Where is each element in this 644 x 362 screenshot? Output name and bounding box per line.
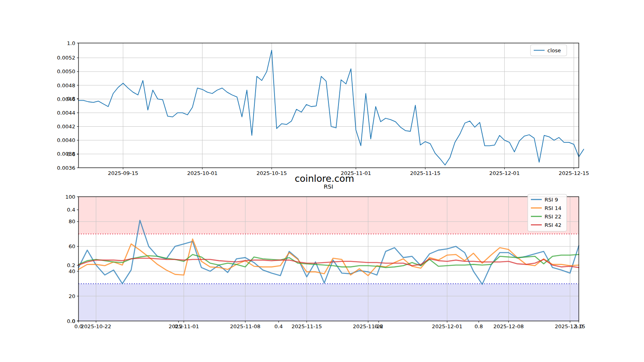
x-tick-label: 2025-10-15 xyxy=(256,170,287,176)
overbought-band xyxy=(78,197,579,234)
overlay-x-tick-label: 0.2 xyxy=(174,323,183,329)
y-tick-label: 100 xyxy=(65,194,75,200)
overlay-y-tick-label: 0.2 xyxy=(67,262,75,268)
chart-figure: 0.00360.00380.00400.00420.00440.00460.00… xyxy=(0,0,644,362)
y-tick-label: 80 xyxy=(68,218,75,224)
y-tick-label: 0.0044 xyxy=(57,110,76,116)
overlay-y-tick-label: 1.0 xyxy=(67,40,75,46)
y-tick-label: 0.0040 xyxy=(57,137,76,143)
oversold-band xyxy=(78,284,579,321)
x-tick-label: 2025-11-15 xyxy=(291,323,322,329)
x-tick-label: 2025-10-01 xyxy=(187,170,218,176)
y-tick-label: 0.0036 xyxy=(57,165,76,171)
y-tick-label: 0.0050 xyxy=(57,68,76,74)
x-tick-label: 2025-12-01 xyxy=(489,170,520,176)
overlay-x-tick-label: 0.4 xyxy=(275,323,283,329)
overlay-x-tick-label: 1.0 xyxy=(575,323,583,329)
x-tick-label: 2025-12-15 xyxy=(559,170,589,176)
x-tick-label: 2025-09-15 xyxy=(108,170,138,176)
overlay-x-tick-label: 0.6 xyxy=(374,323,383,329)
x-tick-label: 2025-12-08 xyxy=(493,323,524,329)
x-tick-label: 2025-10-22 xyxy=(81,323,111,329)
x-tick-label: 2025-11-15 xyxy=(410,170,441,176)
legend-label: RSI 14 xyxy=(545,205,561,211)
overlay-y-tick-label: 0.8 xyxy=(67,96,75,102)
y-tick-label: 40 xyxy=(68,268,75,274)
legend-label: RSI 22 xyxy=(545,214,561,220)
y-tick-label: 60 xyxy=(68,243,75,249)
legend-label: RSI 42 xyxy=(545,222,561,228)
overlay-y-tick-label: 0.6 xyxy=(67,151,75,157)
y-tick-label: 0.0042 xyxy=(57,123,76,130)
rsi-axes-title: RSI xyxy=(324,183,333,190)
y-tick-label: 20 xyxy=(68,293,75,299)
series-close xyxy=(78,50,584,165)
legend-label: RSI 9 xyxy=(545,197,558,203)
rsi-chart: 0204060801002025-10-222025-11-012025-11-… xyxy=(65,194,585,330)
overlay-x-tick-label: 0.8 xyxy=(475,323,483,329)
overlay-x-tick-label: 0.0 xyxy=(74,323,83,329)
series-rsi-14 xyxy=(78,239,579,276)
watermark: coinlore.com xyxy=(295,173,354,184)
chart-canvas: 0.00360.00380.00400.00420.00440.00460.00… xyxy=(0,0,644,362)
y-tick-label: 0.0048 xyxy=(57,82,76,88)
x-tick-label: 2025-11-08 xyxy=(230,323,261,329)
y-tick-label: 0.0052 xyxy=(57,55,76,61)
overlay-y-tick-label: 0.4 xyxy=(67,207,75,213)
x-tick-label: 2025-11-01 xyxy=(169,323,199,329)
legend-label: close xyxy=(547,47,561,53)
price-chart: 0.00360.00380.00400.00420.00440.00460.00… xyxy=(57,43,589,176)
x-tick-label: 2025-12-01 xyxy=(432,323,462,329)
